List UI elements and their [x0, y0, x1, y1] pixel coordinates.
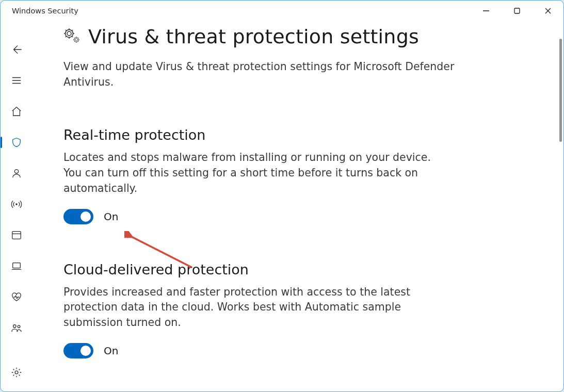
svg-point-15: [67, 31, 71, 36]
app-window-icon: [11, 230, 22, 241]
svg-point-13: [18, 325, 20, 328]
realtime-description: Locates and stops malware from installin…: [63, 150, 445, 196]
svg-point-7: [14, 170, 18, 173]
nav-firewall[interactable]: [1, 191, 33, 217]
nav-home[interactable]: [1, 99, 33, 124]
window-title: Windows Security: [12, 7, 78, 15]
laptop-icon: [11, 260, 22, 272]
svg-point-25: [75, 39, 78, 41]
window-frame: Windows Security: [0, 0, 564, 392]
svg-point-14: [15, 371, 18, 374]
svg-point-12: [13, 325, 16, 328]
page-title: Virus & threat protection settings: [88, 25, 419, 48]
nav-settings[interactable]: [1, 360, 33, 385]
cloud-toggle-row: On: [63, 343, 543, 358]
cloud-toggle-label: On: [104, 345, 118, 357]
svg-point-26: [74, 38, 79, 42]
home-icon: [11, 106, 22, 117]
window-body: Virus & threat protection settings View …: [1, 21, 563, 391]
svg-line-24: [66, 30, 67, 31]
minimize-icon: [482, 7, 490, 14]
svg-line-22: [66, 36, 67, 37]
gears-icon: [63, 28, 81, 45]
svg-rect-9: [12, 232, 21, 239]
hamburger-icon: [11, 75, 22, 86]
realtime-toggle-row: On: [63, 209, 543, 224]
person-icon: [11, 168, 22, 179]
cloud-toggle[interactable]: [63, 343, 93, 358]
gear-icon: [11, 367, 22, 378]
antenna-icon: [11, 199, 22, 210]
back-arrow-icon: [11, 44, 22, 55]
nav-account-protection[interactable]: [1, 160, 33, 186]
svg-line-31: [78, 38, 78, 38]
realtime-toggle[interactable]: [63, 209, 93, 224]
realtime-heading: Real-time protection: [63, 127, 543, 143]
maximize-icon: [513, 7, 521, 14]
page-header: Virus & threat protection settings: [63, 25, 543, 48]
svg-rect-11: [13, 263, 21, 268]
svg-line-21: [72, 30, 73, 31]
heart-rate-icon: [11, 291, 22, 303]
family-icon: [11, 322, 22, 334]
page-subtitle: View and update Virus & threat protectio…: [63, 59, 456, 90]
nav-device-performance[interactable]: [1, 284, 33, 310]
svg-point-8: [15, 203, 18, 205]
cloud-description: Provides increased and faster protection…: [63, 285, 445, 331]
titlebar: Windows Security: [1, 1, 563, 21]
close-button[interactable]: [533, 1, 563, 21]
svg-point-16: [66, 30, 73, 38]
sidebar: [1, 21, 33, 391]
page-content: Virus & threat protection settings View …: [33, 21, 563, 391]
minimize-button[interactable]: [471, 1, 502, 21]
nav-virus-protection[interactable]: [1, 129, 33, 155]
content-wrap: Virus & threat protection settings View …: [33, 21, 563, 391]
nav-family-options[interactable]: [1, 315, 33, 341]
section-realtime-protection: Real-time protection Locates and stops m…: [63, 127, 543, 224]
window-controls: [471, 1, 563, 21]
svg-line-33: [78, 41, 78, 42]
svg-line-23: [72, 36, 73, 37]
maximize-button[interactable]: [502, 1, 533, 21]
nav-menu[interactable]: [1, 68, 33, 93]
scrollbar[interactable]: [559, 39, 562, 388]
svg-rect-1: [514, 8, 520, 13]
nav-device-security[interactable]: [1, 253, 33, 279]
shield-icon: [11, 137, 22, 148]
cloud-heading: Cloud-delivered protection: [63, 262, 543, 277]
scrollbar-thumb[interactable]: [559, 39, 562, 142]
section-cloud-protection: Cloud-delivered protection Provides incr…: [63, 262, 543, 358]
nav-back[interactable]: [1, 37, 33, 62]
svg-line-32: [74, 41, 75, 42]
close-icon: [544, 7, 552, 14]
nav-app-browser-control[interactable]: [1, 222, 33, 248]
realtime-toggle-label: On: [104, 210, 118, 223]
svg-line-34: [74, 38, 75, 38]
